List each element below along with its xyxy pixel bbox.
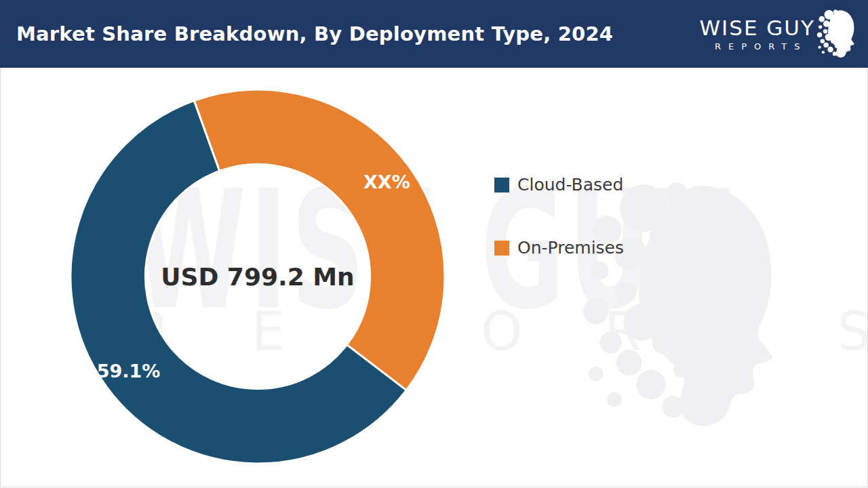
legend-label: Cloud-Based — [517, 176, 623, 193]
logo-reports-text: REPORTS — [715, 42, 808, 51]
page-title: Market Share Breakdown, By Deployment Ty… — [16, 22, 613, 45]
donut-center-value: USD 799.2 Mn — [161, 263, 354, 291]
donut-chart: 59.1%XX%USD 799.2 Mn — [1, 68, 489, 487]
legend-swatch — [494, 241, 509, 256]
logo-face-icon — [816, 7, 859, 61]
chart-canvas: WISE GUY R E P O R T S 59.1%XX%USD 799.2… — [0, 68, 868, 487]
donut-slice-on-premises — [194, 89, 445, 390]
report-figure: Market Share Breakdown, By Deployment Ty… — [0, 0, 868, 488]
logo-wordmark-text: WISE GUY — [699, 18, 815, 39]
legend-label: On-Premises — [517, 239, 624, 256]
logo-wordmark: WISE GUY REPORTS — [699, 18, 815, 51]
legend-item: On-Premises — [494, 239, 624, 256]
slice-label: 59.1% — [97, 361, 161, 382]
slice-label: XX% — [363, 171, 410, 192]
legend-swatch — [494, 178, 509, 192]
legend-item: Cloud-Based — [494, 176, 624, 193]
header-bar: Market Share Breakdown, By Deployment Ty… — [0, 0, 868, 68]
chart-legend: Cloud-BasedOn-Premises — [494, 176, 624, 302]
wise-guy-logo: WISE GUY REPORTS — [699, 7, 859, 61]
